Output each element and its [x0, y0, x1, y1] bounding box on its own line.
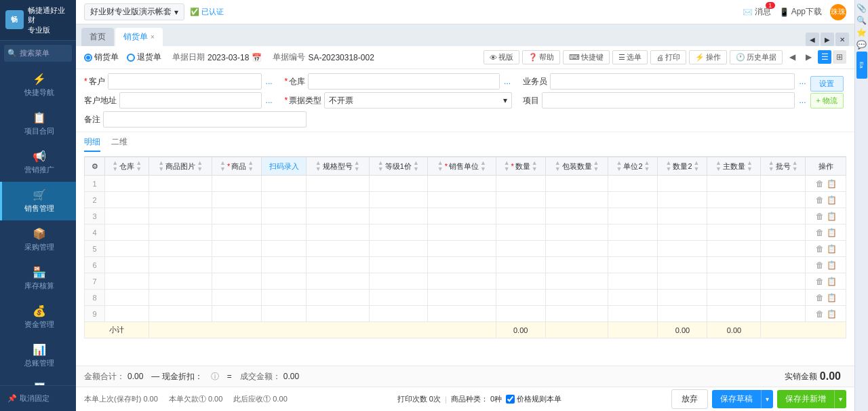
tab-close-all-button[interactable]: ✕: [835, 33, 849, 46]
list-view-btn[interactable]: ☰: [818, 50, 831, 64]
logo-text: 畅捷通好业财 专业版: [28, 5, 71, 35]
row-delete-8[interactable]: 🗑: [814, 292, 825, 303]
staff-input[interactable]: 选择...: [550, 73, 795, 90]
sidebar-item-project[interactable]: 📋 项目合同: [0, 104, 76, 143]
help-btn[interactable]: ❓ 帮助: [522, 50, 560, 64]
date-value[interactable]: 2023-03-18: [208, 53, 249, 62]
right-search-icon[interactable]: 🔍: [856, 15, 867, 26]
discard-button[interactable]: 放弃: [671, 389, 708, 409]
row-delete-3[interactable]: 🗑: [814, 211, 825, 222]
customer-input[interactable]: [108, 73, 262, 90]
sidebar-item-invoice[interactable]: 🧾 发票管理: [0, 375, 76, 385]
staff-dots-btn[interactable]: ...: [797, 77, 807, 86]
history-btn[interactable]: 🕐 历史单据: [730, 50, 783, 64]
col-price1[interactable]: ▲▼ 等级1价 ▲▼: [369, 157, 428, 176]
company-selector[interactable]: 好业财专业版演示帐套 ▾: [84, 3, 184, 20]
row-delete-7[interactable]: 🗑: [814, 276, 825, 287]
setting-btn[interactable]: 设置: [810, 76, 844, 92]
radio-return-order[interactable]: 退货单: [127, 52, 161, 63]
col-qty[interactable]: ▲▼ *数量 ▲▼: [496, 157, 545, 176]
footer-stats: 本单上次(保存时) 0.00 本单欠款① 0.00 此后应收① 0.00: [84, 394, 288, 404]
view-btn[interactable]: 👁 视版: [484, 50, 519, 64]
row-copy-2[interactable]: 📋: [827, 195, 837, 206]
row-copy-1[interactable]: 📋: [827, 178, 837, 189]
save-draft-arrow-button[interactable]: ▾: [761, 390, 773, 408]
row-delete-6[interactable]: 🗑: [814, 260, 825, 271]
search-menu-button[interactable]: 🔍 搜索菜单: [4, 45, 72, 62]
col-qty2[interactable]: ▲▼ 数量2 ▲▼: [658, 157, 707, 176]
grid-view-btn[interactable]: ⊞: [833, 50, 846, 64]
warehouse-input[interactable]: 小宝仓库: [308, 73, 500, 90]
customer-dots-btn[interactable]: ...: [264, 77, 274, 86]
tab-detail[interactable]: 明细: [84, 136, 100, 152]
tab-prev-button[interactable]: ◀: [806, 33, 819, 46]
tab-sales-order[interactable]: 销货单 ×: [115, 28, 163, 46]
col-unit[interactable]: ▲▼ *销售单位 ▲▼: [428, 157, 496, 176]
warehouse-dots-btn[interactable]: ...: [502, 77, 512, 86]
add-logistics-btn[interactable]: + 物流: [810, 93, 844, 109]
unpin-button[interactable]: 📌 取消固定: [4, 390, 72, 407]
row-delete-2[interactable]: 🗑: [814, 195, 825, 206]
app-download-button[interactable]: 📱 App下载: [779, 6, 822, 18]
sidebar-item-marketing[interactable]: 📢 营销推广: [0, 143, 76, 182]
row-copy-5[interactable]: 📋: [827, 243, 837, 254]
col-pack-qty[interactable]: ▲▼ 包装数量 ▲▼: [545, 157, 608, 176]
right-comment-icon[interactable]: 💬: [856, 39, 867, 50]
row-copy-4[interactable]: 📋: [827, 227, 837, 238]
row-copy-3[interactable]: 📋: [827, 211, 837, 222]
operate-btn[interactable]: ⚡ 操作: [689, 50, 727, 64]
row-copy-8[interactable]: 📋: [827, 292, 837, 303]
project-dots-btn[interactable]: ...: [797, 96, 807, 105]
sidebar-item-sales[interactable]: 🛒 销售管理: [0, 182, 76, 220]
col-unit2[interactable]: ▲▼ 单位2 ▲▼: [608, 157, 658, 176]
price-rule-check[interactable]: [506, 395, 515, 404]
invoice-select[interactable]: 不开票 ▾: [324, 92, 512, 109]
sidebar-item-quick-nav[interactable]: ⚡ 快捷导航: [0, 66, 76, 104]
row-copy-6[interactable]: 📋: [827, 260, 837, 271]
sidebar-item-accounting[interactable]: 📊 总账管理: [0, 336, 76, 375]
address-dots-btn[interactable]: ...: [264, 96, 274, 105]
price-rule-checkbox[interactable]: 价格规则本单: [506, 394, 561, 404]
tab-home[interactable]: 首页: [81, 28, 114, 46]
toolbar-next-btn[interactable]: ▶: [802, 50, 815, 64]
col-product[interactable]: ▲▼ *商品 ▲▼: [212, 157, 262, 176]
save-new-button[interactable]: 保存并新增: [777, 390, 834, 408]
user-avatar[interactable]: 珠珠: [830, 4, 846, 20]
col-settings[interactable]: ⚙: [85, 157, 105, 176]
messages-button[interactable]: ✉️ 消息 1: [743, 6, 771, 18]
col-scan[interactable]: 扫码录入: [262, 157, 307, 176]
right-attach-icon[interactable]: 📎: [856, 3, 867, 14]
sidebar-item-inventory[interactable]: 🏪 库存核算: [0, 259, 76, 298]
tab-close-button[interactable]: ×: [151, 33, 155, 41]
save-draft-button[interactable]: 保存草稿: [712, 390, 761, 408]
row-delete-1[interactable]: 🗑: [814, 178, 825, 189]
project-input[interactable]: 选择...: [542, 92, 795, 109]
row-delete-5[interactable]: 🗑: [814, 243, 825, 254]
sidebar-item-purchase[interactable]: 📦 采购管理: [0, 220, 76, 259]
toolbar-prev-btn[interactable]: ◀: [785, 50, 799, 64]
col-batch[interactable]: ▲▼ 批号 ▲▼: [761, 157, 806, 176]
row-copy-9[interactable]: 📋: [827, 309, 837, 319]
address-input[interactable]: [119, 92, 262, 109]
col-img[interactable]: ▲▼ 商品图片 ▲▼: [149, 157, 212, 176]
tab-next-button[interactable]: ▶: [821, 33, 834, 46]
radio-sales-order[interactable]: 销货单: [84, 52, 119, 63]
row-copy-7[interactable]: 📋: [827, 276, 837, 287]
tab-2d[interactable]: 二维: [111, 136, 127, 152]
save-new-arrow-button[interactable]: ▾: [834, 390, 846, 408]
right-star-icon[interactable]: ⭐: [856, 27, 867, 38]
row-delete-4[interactable]: 🗑: [814, 227, 825, 238]
col-spec[interactable]: ▲▼ 规格型号 ▲▼: [306, 157, 369, 176]
row-delete-9[interactable]: 🗑: [814, 309, 825, 319]
sidebar-item-finance[interactable]: 💰 资金管理: [0, 298, 76, 336]
shortcut-btn[interactable]: ⌨ 快捷键: [563, 50, 610, 64]
receivable-stat: 此后应收① 0.00: [233, 394, 287, 404]
select-btn[interactable]: ☰ 选单: [612, 50, 648, 64]
right-active-btn[interactable]: Ea: [856, 52, 867, 79]
remark-input[interactable]: [103, 111, 307, 128]
print-btn[interactable]: 🖨 打印: [650, 50, 686, 64]
col-main-qty[interactable]: ▲▼ 主数量 ▲▼: [707, 157, 761, 176]
col-warehouse[interactable]: ▲▼ 仓库 ▲▼: [105, 157, 149, 176]
calendar-icon[interactable]: 📅: [252, 53, 262, 62]
order-no-value[interactable]: SA-20230318-002: [308, 53, 374, 62]
